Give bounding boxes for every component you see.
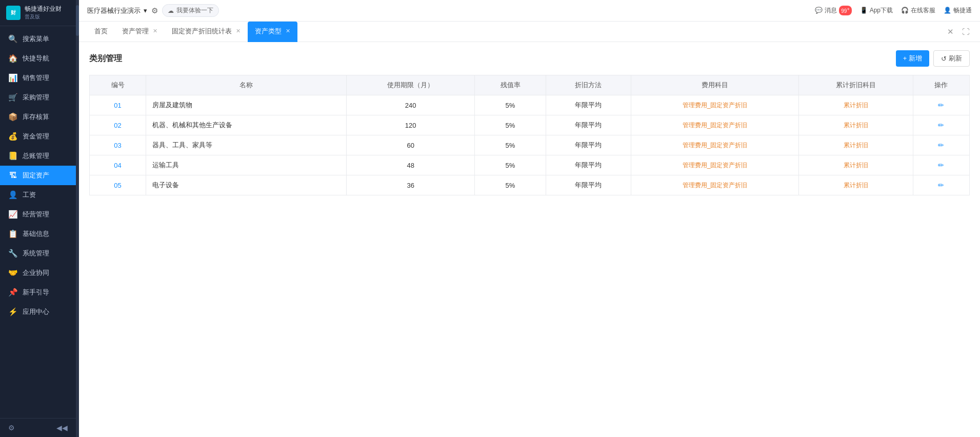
sidebar-item-payroll[interactable]: 👤 工资 [0,185,76,205]
new-button[interactable]: + 新增 [896,50,929,67]
sidebar-item-purchase[interactable]: 🛒 采购管理 [0,88,76,107]
sidebar-item-inventory[interactable]: 📦 库存核算 [0,107,76,127]
cell-name-3: 运输工具 [146,155,347,175]
cell-method-4: 年限平均 [546,175,631,195]
experience-button[interactable]: ☁ 我要体验一下 [162,4,219,17]
tab-asset-type-label: 资产类型 [255,27,282,36]
sidebar-item-search[interactable]: 🔍 搜索菜单 [0,29,76,49]
sidebar-footer: ⚙ ◀◀ [0,418,76,437]
tab-fixed-depreciation-close[interactable]: ✕ [236,28,241,34]
topbar-right: 💬 消息 99+ 📱 App下载 🎧 在线客服 👤 畅捷通 [815,6,972,15]
tab-expand-icon[interactable]: ⛶ [960,27,972,36]
edit-icon-0[interactable]: ✏ [938,101,944,109]
table-row: 04 运输工具 48 5% 年限平均 管理费用_固定资产折旧 累计折旧 ✏ [90,155,970,175]
app-icon: ⚡ [8,307,17,316]
cell-name-4: 电子设备 [146,175,347,195]
message-button[interactable]: 💬 消息 99+ [815,6,851,15]
cell-expense-1: 管理费用_固定资产折旧 [631,115,799,135]
sidebar-item-label: 企业协同 [23,268,49,277]
gear-icon: 🔧 [8,249,17,258]
sidebar-item-label: 应用中心 [23,307,49,316]
edit-icon-3[interactable]: ✏ [938,161,944,169]
cell-period-2: 60 [346,135,474,155]
sidebar-item-sales[interactable]: 📊 销售管理 [0,68,76,88]
cell-method-0: 年限平均 [546,95,631,115]
tab-asset-type[interactable]: 资产类型 ✕ [248,22,297,42]
sidebar-item-quick-nav[interactable]: 🏠 快捷导航 [0,49,76,68]
sidebar-item-label: 销售管理 [23,73,49,83]
cell-action-1[interactable]: ✏ [913,115,969,135]
tab-close-window-icon[interactable]: ✕ [945,27,956,36]
user-menu[interactable]: 👤 畅捷通 [944,6,972,15]
sidebar-item-ledger[interactable]: 📒 总账管理 [0,146,76,166]
online-service-button[interactable]: 🎧 在线客服 [901,6,935,15]
sidebar-item-label: 资金管理 [23,132,49,141]
online-service-label: 在线客服 [911,6,935,15]
tab-home[interactable]: 首页 [87,22,115,42]
cell-code-1: 02 [90,115,146,135]
tab-home-label: 首页 [94,27,108,36]
sidebar-item-label: 系统管理 [23,249,49,258]
col-header-name: 名称 [146,75,347,95]
tab-fixed-depreciation[interactable]: 固定资产折旧统计表 ✕ [165,22,248,42]
book-icon: 📒 [8,151,17,161]
message-icon: 💬 [815,7,823,14]
sidebar-item-basic-info[interactable]: 📋 基础信息 [0,224,76,244]
cell-accum-1: 累计折旧 [799,115,913,135]
sidebar-item-app-center[interactable]: ⚡ 应用中心 [0,302,76,322]
sidebar-item-system[interactable]: 🔧 系统管理 [0,244,76,263]
company-selector[interactable]: 医疗器械行业演示 ▾ [87,6,147,15]
sidebar-item-guide[interactable]: 📌 新手引导 [0,283,76,302]
edit-icon-2[interactable]: ✏ [938,141,944,149]
settings-icon[interactable]: ⚙ [8,424,15,432]
topbar-settings-icon[interactable]: ⚙ [151,6,158,15]
cell-residual-0: 5% [475,95,546,115]
company-name: 医疗器械行业演示 [87,6,141,15]
sidebar-item-label: 库存核算 [23,112,49,122]
cell-code-0: 01 [90,95,146,115]
sidebar-item-capital[interactable]: 💰 资金管理 [0,127,76,146]
collapse-icon[interactable]: ◀◀ [56,424,68,432]
topbar-left: 医疗器械行业演示 ▾ ⚙ ☁ 我要体验一下 [87,4,219,17]
sidebar-item-fixed-assets[interactable]: 🏗 固定资产 [0,166,76,185]
page-header: 类别管理 + 新增 ↺ 刷新 [89,50,970,67]
trending-icon: 📈 [8,210,17,219]
edit-icon-1[interactable]: ✏ [938,121,944,129]
sidebar-item-collab[interactable]: 🤝 企业协同 [0,263,76,283]
sidebar-item-label: 搜索菜单 [23,34,49,44]
tab-asset-mgmt-close[interactable]: ✕ [153,28,157,34]
cell-accum-2: 累计折旧 [799,135,913,155]
cell-action-0[interactable]: ✏ [913,95,969,115]
dropdown-icon: ▾ [144,7,147,14]
refresh-button[interactable]: ↺ 刷新 [933,50,970,67]
table-row: 03 器具、工具、家具等 60 5% 年限平均 管理费用_固定资产折旧 累计折旧… [90,135,970,155]
tab-asset-mgmt[interactable]: 资产管理 ✕ [115,22,165,42]
chart-icon: 📊 [8,73,17,83]
cell-expense-0: 管理费用_固定资产折旧 [631,95,799,115]
building-icon: 🏗 [8,171,17,180]
cell-action-2[interactable]: ✏ [913,135,969,155]
sidebar-logo: 财 畅捷通好业财 普及版 [0,0,76,26]
avatar-icon: 👤 [944,7,951,14]
cell-code-3: 04 [90,155,146,175]
col-header-accum: 累计折旧科目 [799,75,913,95]
pin-icon: 📌 [8,288,17,297]
logo-sub: 普及版 [25,13,62,21]
refresh-icon: ↺ [941,55,947,63]
cell-residual-2: 5% [475,135,546,155]
cell-code-2: 03 [90,135,146,155]
tab-asset-type-close[interactable]: ✕ [286,28,290,34]
tabbar-actions: ✕ ⛶ [945,27,972,36]
home-icon: 🏠 [8,54,17,63]
edit-icon-4[interactable]: ✏ [938,181,944,189]
cell-action-3[interactable]: ✏ [913,155,969,175]
app-download-label: App下载 [870,6,893,15]
cell-expense-4: 管理费用_固定资产折旧 [631,175,799,195]
sidebar-item-operations[interactable]: 📈 经营管理 [0,205,76,224]
message-badge: 99+ [839,6,851,15]
cell-action-4[interactable]: ✏ [913,175,969,195]
handshake-icon: 🤝 [8,268,17,277]
headset-icon: 🎧 [901,7,909,14]
app-download-button[interactable]: 📱 App下载 [860,6,893,15]
tab-fixed-depreciation-label: 固定资产折旧统计表 [172,27,232,36]
